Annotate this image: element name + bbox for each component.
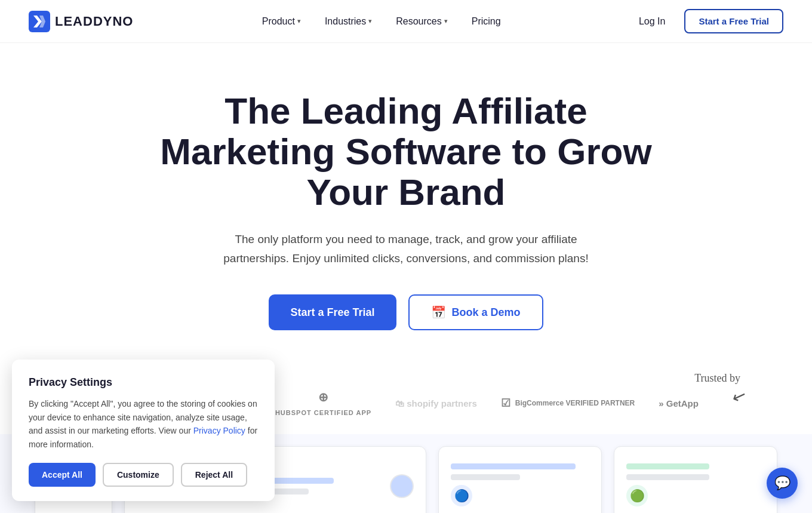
chevron-down-icon: ▾ bbox=[297, 17, 301, 25]
dashboard-card-2: 🟢 bbox=[614, 446, 777, 513]
dashboard-card-1: 🔵 bbox=[438, 446, 602, 513]
hero-buttons: Start a Free Trial 📅 Book a Demo bbox=[14, 294, 798, 330]
privacy-title: Privacy Settings bbox=[29, 376, 258, 389]
chevron-down-icon: ▾ bbox=[368, 17, 372, 25]
logo[interactable]: LEADDYNO bbox=[29, 11, 133, 32]
accept-all-button[interactable]: Accept All bbox=[29, 463, 96, 487]
login-button[interactable]: Log In bbox=[629, 11, 675, 32]
bar bbox=[626, 474, 709, 480]
hubspot-logo: ⊕ HUBSPOT CERTIFIED APP bbox=[275, 390, 371, 416]
bar-green bbox=[626, 463, 709, 469]
customize-button[interactable]: Customize bbox=[103, 463, 174, 487]
chat-button[interactable]: 💬 bbox=[767, 468, 798, 499]
nav-right: Log In Start a Free Trial bbox=[629, 9, 783, 33]
logo-icon bbox=[29, 11, 50, 32]
hero-section: The Leading Affiliate Marketing Software… bbox=[0, 43, 812, 366]
bar-1 bbox=[451, 463, 576, 469]
trusted-by-label: Trusted by bbox=[694, 372, 740, 385]
nav-item-pricing[interactable]: Pricing bbox=[462, 11, 510, 32]
placeholder-circle bbox=[390, 474, 414, 498]
hero-title: The Leading Affiliate Marketing Software… bbox=[137, 91, 675, 213]
hero-subtitle: The only platform you need to manage, tr… bbox=[203, 230, 609, 269]
hero-start-trial-button[interactable]: Start a Free Trial bbox=[269, 294, 396, 330]
nav-item-product[interactable]: Product ▾ bbox=[253, 11, 310, 32]
privacy-text: By clicking "Accept All", you agree to t… bbox=[29, 397, 258, 451]
avatar-blue: 🔵 bbox=[451, 485, 472, 506]
privacy-buttons: Accept All Customize Reject All bbox=[29, 463, 258, 487]
privacy-policy-link[interactable]: Privacy Policy bbox=[193, 426, 245, 435]
calendar-icon: 📅 bbox=[431, 305, 446, 320]
reject-all-button[interactable]: Reject All bbox=[181, 463, 247, 487]
nav-start-trial-button[interactable]: Start a Free Trial bbox=[684, 9, 783, 33]
bigcommerce-logo: ☑ BigCommerce VERIFIED PARTNER bbox=[501, 397, 635, 410]
logo-text: LEADDYNO bbox=[55, 14, 133, 29]
navbar: LEADDYNO Product ▾ Industries ▾ Resource… bbox=[0, 0, 812, 43]
arrow-icon: ↙ bbox=[730, 385, 749, 408]
avatar-green: 🟢 bbox=[626, 485, 648, 506]
nav-item-industries[interactable]: Industries ▾ bbox=[315, 11, 382, 32]
nav-item-resources[interactable]: Resources ▾ bbox=[386, 11, 457, 32]
privacy-banner: Privacy Settings By clicking "Accept All… bbox=[12, 360, 275, 501]
bar-2 bbox=[451, 474, 520, 480]
getapp-logo: » GetApp bbox=[659, 398, 699, 408]
chevron-down-icon: ▾ bbox=[444, 17, 448, 25]
nav-center: Product ▾ Industries ▾ Resources ▾ Prici… bbox=[253, 11, 510, 32]
hero-book-demo-button[interactable]: 📅 Book a Demo bbox=[408, 294, 543, 330]
chat-icon: 💬 bbox=[774, 475, 791, 491]
shopify-logo: 🛍 shopify partners bbox=[395, 398, 477, 408]
